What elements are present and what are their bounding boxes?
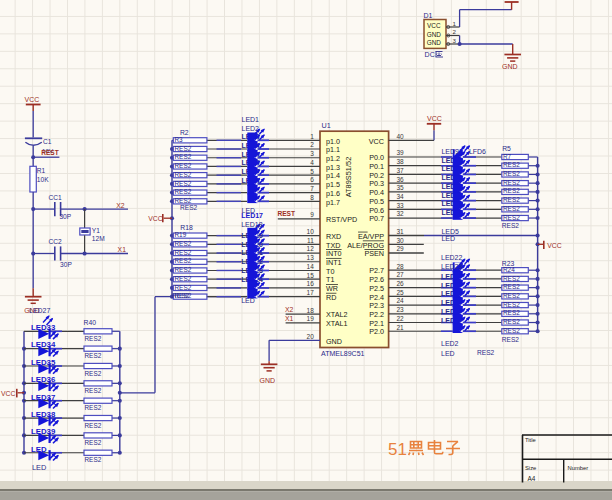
svg-text:LED1: LED1	[242, 116, 260, 123]
svg-text:1: 1	[453, 20, 457, 27]
svg-text:p1.2: p1.2	[326, 154, 340, 163]
svg-text:RES2: RES2	[503, 327, 520, 334]
svg-text:RES2: RES2	[175, 275, 192, 282]
svg-text:23: 23	[397, 306, 405, 313]
svg-text:TXD: TXD	[326, 241, 340, 250]
svg-text:18: 18	[307, 307, 315, 314]
svg-text:GND: GND	[260, 377, 276, 384]
svg-text:6: 6	[310, 176, 314, 183]
svg-text:LED22: LED22	[441, 254, 463, 261]
svg-text:CC1: CC1	[49, 194, 63, 201]
svg-text:35: 35	[397, 184, 405, 191]
svg-text:RES2: RES2	[175, 180, 192, 187]
svg-text:38: 38	[397, 158, 405, 165]
svg-text:51: 51	[388, 440, 407, 459]
svg-text:10K: 10K	[37, 176, 49, 183]
svg-text:RST/VPD: RST/VPD	[326, 215, 357, 224]
svg-text:1: 1	[310, 133, 314, 140]
svg-text:PSEN: PSEN	[364, 249, 384, 258]
svg-text:3: 3	[453, 37, 457, 44]
svg-text:LED38: LED38	[31, 410, 56, 419]
svg-text:RXD: RXD	[326, 232, 341, 241]
svg-text:U1: U1	[322, 121, 331, 130]
svg-text:16: 16	[307, 280, 315, 287]
svg-text:LED36: LED36	[31, 375, 56, 384]
svg-text:LED2: LED2	[441, 340, 459, 347]
svg-text:LED: LED	[441, 350, 455, 357]
svg-text:RES2: RES2	[503, 205, 520, 212]
svg-text:LED35: LED35	[31, 358, 56, 367]
svg-text:RES2: RES2	[85, 404, 102, 411]
svg-text:LED: LED	[241, 297, 255, 304]
svg-text:Size: Size	[525, 465, 536, 471]
svg-text:2: 2	[453, 28, 457, 35]
svg-text:RES2: RES2	[85, 370, 102, 377]
svg-text:Title: Title	[525, 437, 536, 443]
svg-text:10: 10	[307, 228, 315, 235]
svg-text:17: 17	[307, 289, 315, 296]
svg-text:RES2: RES2	[175, 188, 192, 195]
svg-text:LED39: LED39	[31, 427, 56, 436]
svg-text:GND: GND	[427, 39, 442, 46]
svg-text:A4: A4	[528, 475, 536, 482]
svg-text:C1: C1	[43, 138, 52, 145]
svg-text:LED23: LED23	[441, 263, 463, 270]
svg-text:RD: RD	[326, 293, 336, 302]
svg-text:37: 37	[397, 167, 405, 174]
svg-text:VCC: VCC	[547, 242, 561, 249]
svg-text:RES2: RES2	[503, 179, 520, 186]
svg-text:26: 26	[397, 280, 405, 287]
svg-text:VCC: VCC	[427, 115, 442, 122]
svg-text:RES2: RES2	[502, 336, 520, 343]
svg-text:31: 31	[397, 228, 405, 235]
svg-text:RES2: RES2	[85, 422, 102, 429]
svg-text:RES2: RES2	[175, 249, 192, 256]
svg-text:RES2: RES2	[503, 292, 520, 299]
svg-text:INT1: INT1	[326, 258, 342, 267]
svg-text:P2.0: P2.0	[369, 327, 384, 336]
svg-text:25: 25	[397, 289, 405, 296]
svg-text:LED2: LED2	[242, 125, 260, 132]
svg-text:LFD6: LFD6	[469, 148, 486, 155]
svg-text:7: 7	[310, 185, 314, 192]
svg-text:p1.1: p1.1	[326, 145, 340, 154]
svg-text:30P: 30P	[60, 261, 72, 268]
svg-text:P0.0: P0.0	[369, 153, 384, 162]
svg-text:21: 21	[397, 324, 405, 331]
svg-text:LED5: LED5	[441, 228, 459, 235]
svg-text:LED34: LED34	[31, 340, 56, 349]
svg-text:P0.1: P0.1	[369, 162, 384, 171]
svg-text:P0.4: P0.4	[369, 188, 384, 197]
svg-text:REST: REST	[41, 149, 59, 156]
svg-text:LED: LED	[32, 463, 46, 472]
svg-text:p1.3: p1.3	[326, 163, 340, 172]
svg-text:p1.4: p1.4	[326, 171, 340, 180]
svg-text:RES2: RES2	[503, 275, 520, 282]
svg-text:RES2: RES2	[175, 257, 192, 264]
svg-text:P2.2: P2.2	[369, 310, 384, 319]
svg-text:RES2: RES2	[175, 171, 192, 178]
svg-text:ALE/PROG: ALE/PROG	[347, 241, 384, 250]
svg-text:R18: R18	[180, 224, 193, 231]
svg-text:RES2: RES2	[172, 292, 190, 299]
svg-text:33: 33	[397, 202, 405, 209]
svg-text:RES2: RES2	[85, 439, 102, 446]
svg-text:40: 40	[397, 133, 405, 140]
svg-text:LED33: LED33	[31, 323, 56, 332]
svg-text:2: 2	[310, 141, 314, 148]
svg-text:EA/VPP: EA/VPP	[358, 232, 384, 241]
svg-text:LED: LED	[441, 235, 455, 242]
svg-text:LED17: LED17	[241, 212, 263, 219]
svg-text:XTAL1: XTAL1	[326, 319, 347, 328]
svg-text:DC: DC	[425, 51, 435, 58]
svg-text:19: 19	[307, 315, 315, 322]
svg-text:14: 14	[307, 263, 315, 270]
svg-text:28: 28	[397, 263, 405, 270]
svg-text:p1.0: p1.0	[326, 137, 340, 146]
svg-text:P0.3: P0.3	[369, 179, 384, 188]
svg-text:RES2: RES2	[175, 145, 192, 152]
svg-text:12M: 12M	[92, 235, 105, 242]
svg-text:RES2: RES2	[503, 196, 520, 203]
svg-text:XTAL2: XTAL2	[326, 310, 347, 319]
svg-text:ATMEL89C51: ATMEL89C51	[321, 350, 365, 357]
